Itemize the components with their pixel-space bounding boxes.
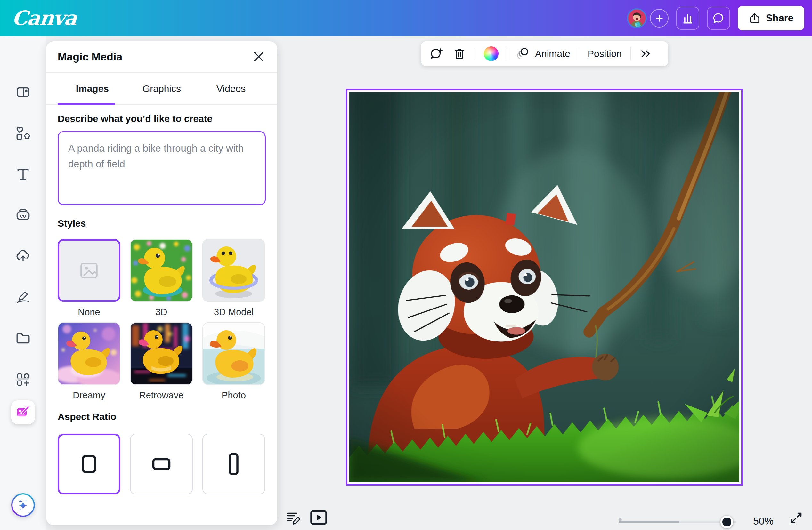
zoom-slider[interactable] <box>619 515 737 529</box>
aspect-option-landscape[interactable] <box>130 434 193 495</box>
style-label: 3D <box>155 307 167 320</box>
toolbar-separator <box>507 47 508 60</box>
style-thumb-retrowave <box>131 323 192 384</box>
tab-videos[interactable]: Videos <box>196 73 266 104</box>
sidebar-item-projects[interactable] <box>14 329 32 347</box>
share-icon <box>749 12 761 24</box>
assistant-button[interactable] <box>11 493 35 517</box>
present-button[interactable] <box>310 509 328 527</box>
close-panel-button[interactable] <box>252 49 266 64</box>
zoom-level: 50% <box>753 515 773 527</box>
tab-graphics[interactable]: Graphics <box>127 73 197 104</box>
panel-header: Magic Media <box>46 41 277 73</box>
sidebar-divider <box>17 378 29 380</box>
zoom-slider-handle[interactable] <box>721 516 733 528</box>
sidebar-item-uploads[interactable] <box>14 247 32 265</box>
sidebar-item-text[interactable] <box>14 165 32 183</box>
style-option-none: None <box>58 239 120 320</box>
square-ratio-icon <box>82 455 96 473</box>
top-bar: Canva <box>0 0 812 36</box>
toolbar-separator <box>630 47 631 60</box>
style-tile-none[interactable] <box>58 239 120 302</box>
topbar-actions: Share <box>627 0 804 36</box>
image-placeholder-icon <box>78 260 100 281</box>
style-tile-retrowave[interactable] <box>130 322 193 385</box>
canva-editor: Canva <box>0 0 812 530</box>
canvas-page[interactable] <box>346 89 743 486</box>
aspect-option-square[interactable] <box>58 434 120 495</box>
style-label: Dreamy <box>73 390 105 403</box>
add-comment-button[interactable] <box>430 46 444 61</box>
aspect-ratio-heading: Aspect Ratio <box>58 411 266 422</box>
panel-title: Magic Media <box>58 50 122 63</box>
toolbar-separator <box>579 47 579 60</box>
insights-button[interactable] <box>676 7 699 30</box>
add-member-button[interactable] <box>650 9 669 28</box>
share-button[interactable]: Share <box>738 6 804 30</box>
style-option-retrowave: Retrowave <box>130 322 193 403</box>
sidebar-item-design[interactable] <box>14 83 32 101</box>
animate-icon <box>516 46 531 61</box>
position-button[interactable]: Position <box>588 48 622 59</box>
aspect-ratio-options <box>58 434 266 495</box>
style-thumb-dreamy <box>58 323 120 384</box>
style-option-3d-model: 3D Model <box>202 239 265 320</box>
style-thumb-photo <box>203 323 264 384</box>
styles-grid: None <box>58 239 266 403</box>
notes-button[interactable] <box>285 509 302 527</box>
prompt-input[interactable] <box>58 131 266 205</box>
style-label: None <box>78 307 100 320</box>
sparkles-icon <box>16 498 30 512</box>
generated-red-panda-image <box>349 92 739 482</box>
landscape-ratio-icon <box>152 458 171 470</box>
svg-text:co: co <box>20 213 26 219</box>
magic-media-panel: Magic Media Images Graphics Videos Descr… <box>46 41 277 525</box>
describe-heading: Describe what you’d like to create <box>58 113 266 124</box>
style-label: Retrowave <box>139 390 184 403</box>
aspect-option-portrait[interactable] <box>202 434 265 495</box>
avatar-image <box>628 10 646 27</box>
style-tile-3d[interactable] <box>130 239 193 302</box>
panel-tabs: Images Graphics Videos <box>46 73 277 105</box>
magic-media-icon <box>15 404 31 420</box>
fullscreen-button[interactable] <box>788 510 804 527</box>
portrait-ratio-icon <box>229 453 238 475</box>
style-option-photo: Photo <box>202 322 265 403</box>
sidebar-item-elements[interactable] <box>14 124 32 143</box>
style-option-3d: 3D <box>130 239 193 320</box>
sidebar-item-magic-media[interactable] <box>11 400 35 424</box>
canva-logo[interactable]: Canva <box>11 6 77 30</box>
sidebar-item-brand[interactable]: co <box>14 206 32 224</box>
object-toolbar: Animate Position <box>421 41 668 66</box>
style-tile-dreamy[interactable] <box>58 322 120 385</box>
comment-bubble-icon <box>711 11 726 25</box>
sidebar-item-apps[interactable] <box>14 371 32 388</box>
style-label: Photo <box>221 390 246 403</box>
sidebar: co <box>0 36 46 530</box>
style-tile-3d-model[interactable] <box>202 239 265 302</box>
comments-button[interactable] <box>707 7 730 30</box>
style-option-dreamy: Dreamy <box>58 322 120 403</box>
style-label: 3D Model <box>214 307 253 320</box>
color-picker-button[interactable] <box>484 46 498 61</box>
animate-button[interactable]: Animate <box>516 46 570 61</box>
style-thumb-3d <box>131 240 192 301</box>
avatar[interactable] <box>627 8 647 28</box>
tab-images[interactable]: Images <box>58 73 127 104</box>
styles-heading: Styles <box>58 218 266 229</box>
plus-icon <box>653 12 666 25</box>
close-icon <box>254 52 263 61</box>
style-tile-photo[interactable] <box>202 322 265 385</box>
panel-body: Describe what you’d like to create Style… <box>46 105 277 495</box>
share-label: Share <box>766 13 794 24</box>
sidebar-item-draw[interactable] <box>14 288 32 306</box>
style-thumb-3d-model <box>203 240 264 301</box>
delete-button[interactable] <box>452 47 466 61</box>
zoom-slider-fill <box>619 521 679 523</box>
bar-chart-icon <box>681 11 695 25</box>
animate-label: Animate <box>535 48 570 59</box>
toolbar-separator <box>475 47 476 60</box>
double-chevron-right-icon <box>639 47 653 60</box>
more-tools-button[interactable] <box>639 47 653 60</box>
